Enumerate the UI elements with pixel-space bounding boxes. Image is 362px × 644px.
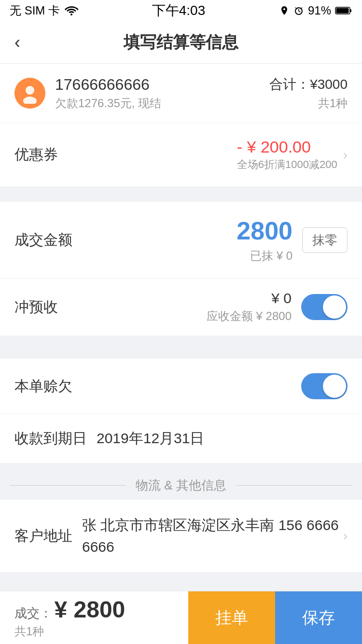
deal-amount-value: 2800 [237,216,292,245]
customer-desc: 欠款1276.35元, 现结 [55,96,161,111]
separator-2 [0,343,362,351]
svg-rect-2 [350,9,351,12]
debt-section: 本单赊欠 收款到期日 2019年12月31日 [0,359,362,463]
customer-phone: 17666666666 [55,76,161,94]
total-amount: 合计：¥3000 [269,75,348,94]
total-count: 共1种 [269,96,348,111]
bottom-deal-count: 共1种 [14,624,174,639]
coupon-label: 优惠券 [14,145,58,165]
precollect-toggle[interactable] [301,294,348,320]
precollect-row: 冲预收 ¥ 0 应收金额 ¥ 2800 [0,278,362,336]
customer-section: 17666666666 欠款1276.35元, 现结 合计：¥3000 共1种 … [0,64,362,186]
customer-row: 17666666666 欠款1276.35元, 现结 合计：¥3000 共1种 [0,64,362,123]
status-time: 下午4:03 [152,1,206,20]
alarm-icon [293,5,304,16]
no-sim-text: 无 SIM 卡 [10,3,60,18]
toggle-knob [323,295,346,319]
svg-point-5 [23,97,37,104]
debt-toggle-knob [323,375,346,398]
logistics-divider: 物流 & 其他信息 [0,471,362,500]
address-row[interactable]: 客户地址 张 北京市市辖区海淀区永丰南 156 6666 6666 › [0,500,362,572]
coupon-info: - ¥ 200.00 全场6折满1000减200 [237,138,337,172]
amount-right: 2800 已抹 ¥ 0 抹零 [237,216,348,264]
customer-right: 合计：¥3000 共1种 [269,75,348,111]
amount-sub: 已抹 ¥ 0 [237,248,292,264]
coupon-right: - ¥ 200.00 全场6折满1000减200 › [237,138,348,172]
address-value: 张 北京市市辖区海淀区永丰南 156 6666 6666 [82,514,343,558]
status-right: 91% [279,4,352,17]
page-title: 填写结算等信息 [124,31,238,54]
amount-row: 成交金额 2800 已抹 ¥ 0 抹零 [14,216,348,264]
back-button[interactable]: ‹ [14,32,20,53]
main-content: 17666666666 欠款1276.35元, 现结 合计：¥3000 共1种 … [0,64,362,638]
svg-point-4 [26,86,34,95]
address-label: 客户地址 [14,526,72,546]
precollect-desc: 应收金额 ¥ 2800 [207,308,292,324]
location-icon [279,5,290,16]
svg-rect-3 [336,8,349,14]
precollect-label: 冲预收 [14,297,58,317]
duedate-label: 收款到期日 [14,429,87,448]
coupon-desc: 全场6折满1000减200 [237,157,337,172]
coupon-row[interactable]: 优惠券 - ¥ 200.00 全场6折满1000减200 › [0,123,362,186]
avatar-icon [19,83,41,104]
status-left: 无 SIM 卡 [10,3,78,18]
wifi-icon [65,6,78,15]
nav-bar: ‹ 填写结算等信息 [0,21,362,64]
bottom-deal-label: 成交： [14,606,52,620]
battery-text: 91% [308,4,331,17]
round-button[interactable]: 抹零 [302,227,348,253]
precollect-right: ¥ 0 应收金额 ¥ 2800 [207,290,348,324]
coupon-discount: - ¥ 200.00 [237,138,337,156]
duedate-value: 2019年12月31日 [97,429,204,448]
avatar [14,78,45,109]
customer-left: 17666666666 欠款1276.35元, 现结 [14,76,161,111]
bottom-deal-price: ¥ 2800 [54,597,125,622]
duedate-row: 收款到期日 2019年12月31日 [0,414,362,463]
precollect-values: ¥ 0 应收金额 ¥ 2800 [207,290,292,324]
debt-label: 本单赊欠 [14,377,72,396]
battery-icon [335,6,352,15]
total-label: 合计： [269,77,310,92]
debt-toggle[interactable] [301,373,348,399]
precollect-amount: ¥ 0 [207,290,292,307]
save-button[interactable]: 保存 [275,591,362,644]
bottom-summary: 成交： ¥ 2800 共1种 [0,596,188,639]
total-value: ¥3000 [310,77,348,92]
chevron-right-icon: › [343,147,348,163]
amount-row-container: 成交金额 2800 已抹 ¥ 0 抹零 [0,202,362,278]
bottom-bar: 成交： ¥ 2800 共1种 挂单 保存 [0,591,362,644]
separator-1 [0,194,362,202]
amount-section: 成交金额 2800 已抹 ¥ 0 抹零 冲预收 ¥ 0 应收金额 ¥ 2800 [0,202,362,336]
bottom-deal-line: 成交： ¥ 2800 [14,596,174,623]
address-chevron-icon: › [343,528,348,544]
debt-row: 本单赊欠 [0,359,362,414]
customer-info: 17666666666 欠款1276.35元, 现结 [55,76,161,111]
logistics-text: 物流 & 其他信息 [136,477,226,494]
amount-value-container: 2800 已抹 ¥ 0 [237,216,292,264]
amount-label: 成交金额 [14,230,72,250]
hold-button[interactable]: 挂单 [188,591,275,644]
status-bar: 无 SIM 卡 下午4:03 91% [0,0,362,21]
address-section: 客户地址 张 北京市市辖区海淀区永丰南 156 6666 6666 › [0,500,362,572]
